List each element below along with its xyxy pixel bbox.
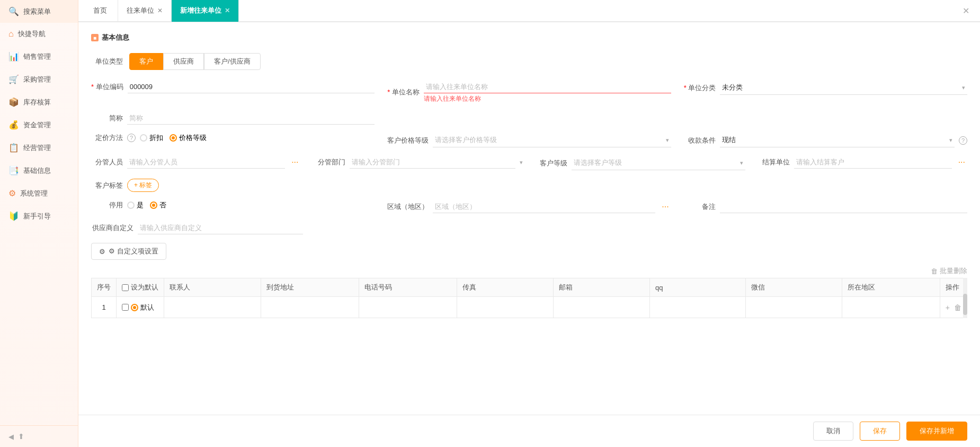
row-contact (164, 297, 261, 318)
su-more-btn[interactable]: ··· (956, 157, 967, 167)
cancel-button[interactable]: 取消 (813, 422, 853, 441)
col-manager: 分管人员 ··· (91, 156, 301, 169)
finance-icon: 💰 (8, 120, 19, 130)
region-input[interactable] (433, 200, 655, 213)
fax-input[interactable] (462, 301, 548, 313)
sidebar-item-purchase[interactable]: 🛒 采购管理 (0, 68, 78, 91)
sidebar-item-label: 经营管理 (23, 143, 51, 153)
email-input[interactable] (559, 301, 644, 313)
pricing-radio-group: 折扣 价格等级 (140, 133, 207, 143)
short-name-input[interactable] (127, 112, 375, 125)
close-all-tabs[interactable]: ✕ (956, 6, 976, 16)
tab-new-partner-close[interactable]: ✕ (225, 7, 230, 14)
sidebar-item-search[interactable]: 🔍 搜索菜单 (0, 0, 78, 23)
sidebar-item-guide[interactable]: 🔰 新手引导 (0, 205, 78, 227)
col-customer-price-level: 客户价格等级 请选择客户价格等级 ▾ (387, 133, 671, 147)
customer-price-level-select[interactable]: 请选择客户价格等级 ▾ (433, 133, 671, 147)
row-checkbox[interactable] (122, 304, 129, 311)
custom-settings-button[interactable]: ⚙ ⚙ 自定义项设置 (91, 243, 166, 260)
col-header-contact: 联系人 (164, 278, 261, 297)
col-payment-terms: 收款条件 现结 ▾ ? (684, 133, 967, 147)
unit-type-supplier[interactable]: 供应商 (163, 53, 204, 70)
tab-partners-close[interactable]: ✕ (157, 7, 163, 14)
su-input[interactable] (794, 156, 952, 169)
address-input[interactable] (266, 301, 353, 313)
contact-input[interactable] (170, 301, 255, 313)
unit-type-customer[interactable]: 客户 (129, 53, 163, 70)
sidebar-item-label: 资金管理 (23, 120, 51, 130)
table-scrollbar[interactable] (963, 278, 967, 318)
unit-code-input[interactable] (128, 81, 375, 93)
sidebar-item-basic-info[interactable]: 📑 基础信息 (0, 159, 78, 182)
row-delete-btn[interactable]: 🗑 (954, 303, 961, 312)
remark-input[interactable] (720, 200, 967, 213)
region-more-btn[interactable]: ··· (660, 202, 671, 212)
unit-category-select[interactable]: 未分类 ▾ (720, 81, 967, 95)
cpl-arrow-icon: ▾ (666, 137, 669, 144)
cl-label: 客户等级 (536, 159, 567, 168)
table-row: 1 默认 (92, 297, 967, 318)
row-phone (359, 297, 457, 318)
inventory-icon: 📦 (8, 97, 19, 107)
row-default-radio[interactable]: 默认 (131, 303, 154, 312)
customer-level-select[interactable]: 请选择客户等级 ▾ (572, 156, 745, 170)
col-customer-level: 客户等级 请选择客户等级 ▾ (536, 156, 745, 170)
su-label: 结算单位 (758, 157, 790, 167)
payment-label: 收款条件 (684, 136, 716, 145)
unit-name-input[interactable] (424, 81, 671, 93)
col-unit-code: 单位编码 (91, 81, 375, 93)
row-manager-dept: 分管人员 ··· 分管部门 ▾ 客户等级 请选择客户等级 ▾ 结算单位 ··· (91, 156, 967, 170)
sidebar-bottom: ◀ ⬆ (0, 425, 78, 447)
tab-new-partner[interactable]: 新增往来单位 ✕ (172, 0, 239, 22)
row-supplier-custom: 供应商自定义 (91, 222, 967, 234)
guide-icon: 🔰 (8, 211, 19, 221)
phone-input[interactable] (364, 301, 451, 313)
region-label: 区域（地区） (387, 202, 429, 212)
col-remark: 备注 (684, 200, 967, 213)
radio-disabled-no[interactable]: 否 (150, 200, 166, 210)
col-unit-category: 单位分类 未分类 ▾ (684, 81, 967, 95)
col-short-name: 简称 (91, 112, 375, 125)
row-fax (457, 297, 553, 318)
radio-disabled-yes[interactable]: 是 (127, 200, 144, 210)
dept-input[interactable] (350, 156, 516, 169)
supplier-custom-input[interactable] (138, 222, 303, 234)
radio-discount[interactable]: 折扣 (140, 133, 163, 143)
wechat-input[interactable] (751, 301, 836, 313)
sidebar-item-sales[interactable]: 📊 销售管理 (0, 45, 78, 68)
save-button[interactable]: 保存 (860, 422, 900, 441)
sidebar-collapse-icon[interactable]: ◀ (8, 433, 14, 441)
row-no: 1 (92, 297, 117, 318)
tab-partners[interactable]: 往来单位 ✕ (118, 0, 172, 22)
sidebar-item-label: 搜索菜单 (23, 7, 51, 16)
sidebar-item-system[interactable]: ⚙ 系统管理 (0, 182, 78, 205)
tab-home[interactable]: 首页 (83, 0, 118, 22)
manager-more-btn[interactable]: ··· (289, 157, 300, 167)
batch-delete-btn[interactable]: 🗑 批量删除 (91, 266, 967, 276)
col-department: 分管部门 ▾ (314, 156, 523, 169)
radio-price-level[interactable]: 价格等级 (170, 133, 207, 143)
category-arrow-icon: ▾ (962, 84, 965, 91)
sc-label: 供应商自定义 (91, 223, 133, 233)
sidebar-item-inventory[interactable]: 📦 库存核算 (0, 91, 78, 113)
payment-help-icon[interactable]: ? (959, 136, 967, 145)
sidebar-item-finance[interactable]: 💰 资金管理 (0, 113, 78, 136)
select-all-checkbox[interactable] (122, 284, 129, 291)
sidebar-item-label: 库存核算 (23, 98, 51, 107)
payment-terms-select[interactable]: 现结 ▾ (720, 133, 955, 147)
col-header-qq: qq (649, 278, 745, 297)
row-region (842, 297, 940, 318)
pricing-help-icon[interactable]: ? (127, 134, 136, 142)
section-icon: ■ (91, 34, 99, 41)
sidebar-up-icon[interactable]: ⬆ (18, 432, 24, 441)
unit-type-both[interactable]: 客户/供应商 (204, 53, 261, 70)
qq-input[interactable] (655, 301, 740, 313)
col-header-wechat: 微信 (745, 278, 842, 297)
save-add-button[interactable]: 保存并新增 (906, 422, 967, 441)
manager-input[interactable] (127, 156, 285, 169)
sidebar-item-operations[interactable]: 📋 经营管理 (0, 136, 78, 159)
row-region-input[interactable] (848, 301, 934, 313)
row-add-btn[interactable]: + (946, 303, 950, 312)
sidebar-item-quicknav[interactable]: ⌂ 快捷导航 (0, 23, 78, 45)
add-tag-button[interactable]: + 标签 (127, 179, 159, 192)
